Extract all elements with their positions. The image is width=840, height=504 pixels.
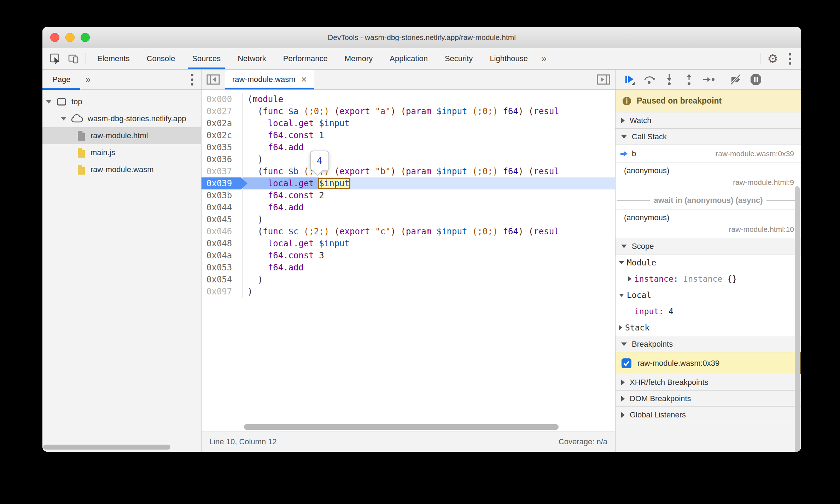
section-call-stack[interactable]: Call Stack bbox=[616, 129, 801, 145]
navigator-more-tabs-chevron-icon[interactable]: » bbox=[80, 70, 95, 89]
tab-performance[interactable]: Performance bbox=[275, 48, 336, 69]
section-dom-breakpoints[interactable]: DOM Breakpoints bbox=[616, 391, 801, 407]
gutter-address[interactable]: 0x02c bbox=[202, 129, 243, 141]
tab-elements[interactable]: Elements bbox=[89, 48, 138, 69]
show-debugger-panel-icon[interactable] bbox=[592, 70, 615, 89]
close-window-button[interactable] bbox=[50, 33, 59, 42]
close-tab-icon[interactable]: × bbox=[301, 75, 307, 84]
tree-item-main-js[interactable]: main.js bbox=[42, 144, 201, 161]
gutter-address[interactable]: 0x027 bbox=[202, 105, 243, 117]
editor-file-tab[interactable]: raw-module.wasm × bbox=[225, 70, 314, 89]
tree-item-raw-module-html[interactable]: raw-module.html bbox=[42, 127, 201, 144]
minimize-window-button[interactable] bbox=[65, 33, 75, 42]
gutter-address[interactable]: 0x02a bbox=[202, 117, 243, 129]
code-token: ) ( bbox=[391, 166, 406, 176]
scope-caret-icon[interactable] bbox=[619, 261, 624, 264]
gutter-address[interactable]: 0x053 bbox=[202, 262, 243, 274]
code-token: ) bbox=[247, 215, 263, 224]
pause-on-exceptions-icon[interactable] bbox=[747, 71, 765, 88]
section-scope[interactable]: Scope bbox=[616, 238, 801, 254]
code-line-text: f64.add bbox=[243, 201, 615, 213]
resume-icon[interactable] bbox=[620, 71, 639, 88]
tab-memory[interactable]: Memory bbox=[336, 48, 381, 69]
gutter-address[interactable]: 0x04a bbox=[202, 250, 243, 262]
tab-application[interactable]: Application bbox=[381, 48, 436, 69]
tree-item-wasm-dbg-stories-netlify-app[interactable]: wasm-dbg-stories.netlify.app bbox=[42, 110, 201, 127]
gutter-address[interactable]: 0x097 bbox=[202, 286, 243, 298]
scope-group[interactable]: Stack bbox=[616, 320, 801, 336]
code-line-text: f64.add bbox=[243, 141, 615, 153]
section-watch[interactable]: Watch bbox=[616, 112, 801, 129]
navigator-kebab-menu-icon[interactable] bbox=[185, 70, 200, 89]
tab-security[interactable]: Security bbox=[436, 48, 481, 69]
code-line: 0x046 (func $c (;2;) (export "c") (param… bbox=[202, 225, 615, 238]
code-line: 0x054 ) bbox=[202, 274, 615, 286]
scope-group[interactable]: Module bbox=[616, 254, 801, 271]
code-line: 0x048 local.get $input bbox=[202, 238, 615, 250]
code-token: func bbox=[263, 166, 283, 176]
call-stack-frame[interactable]: (anonymous)raw-module.html:9 bbox=[616, 163, 801, 191]
scope-group[interactable]: Local bbox=[616, 287, 801, 303]
breakpoint-entry[interactable]: raw-module.wasm:0x39 bbox=[616, 352, 801, 374]
gutter-address[interactable]: 0x046 bbox=[202, 225, 243, 238]
section-breakpoints[interactable]: Breakpoints bbox=[616, 336, 801, 352]
editor-horizontal-scrollbar[interactable] bbox=[244, 424, 559, 430]
breakpoint-checkbox[interactable] bbox=[621, 358, 632, 369]
step-out-icon[interactable] bbox=[680, 71, 698, 88]
deactivate-breakpoints-icon[interactable] bbox=[727, 71, 745, 88]
call-stack-frame[interactable]: (anonymous)raw-module.html:10 bbox=[616, 210, 801, 238]
hovered-variable-anchor[interactable]: $input bbox=[319, 178, 350, 188]
more-tabs-chevron-icon[interactable]: » bbox=[536, 48, 552, 69]
scope-property[interactable]: instance: Instance {} bbox=[616, 271, 801, 287]
scope-group-label: Stack bbox=[625, 323, 649, 332]
code-token: func bbox=[263, 227, 283, 236]
section-xhr-fetch-breakpoints[interactable]: XHR/fetch Breakpoints bbox=[616, 374, 801, 391]
tree-caret-icon[interactable] bbox=[61, 117, 66, 121]
inspect-icon[interactable] bbox=[46, 48, 64, 69]
scope-caret-icon[interactable] bbox=[619, 325, 622, 330]
window-title: DevTools - wasm-dbg-stories.netlify.app/… bbox=[328, 33, 516, 42]
code-token: module bbox=[252, 94, 283, 104]
code-line-text: f64.const 1 bbox=[243, 129, 615, 141]
scope-caret-icon[interactable] bbox=[619, 294, 624, 297]
code-editor[interactable]: 0x000(module0x027 (func $a (;0;) (export… bbox=[202, 90, 615, 432]
sidebar-horizontal-scrollbar[interactable] bbox=[43, 445, 170, 450]
debugger-panel-scrollbar[interactable] bbox=[795, 186, 800, 452]
tab-console[interactable]: Console bbox=[138, 48, 184, 69]
scope-property[interactable]: input: 4 bbox=[616, 303, 801, 320]
gutter-address[interactable]: 0x037 bbox=[202, 165, 243, 177]
collapse-sidebar-icon[interactable] bbox=[202, 70, 225, 89]
step-into-icon[interactable] bbox=[660, 71, 678, 88]
tree-caret-icon[interactable] bbox=[46, 100, 52, 104]
paused-banner: Paused on breakpoint bbox=[616, 90, 801, 112]
code-token bbox=[283, 227, 288, 236]
section-global-listeners[interactable]: Global Listeners bbox=[616, 407, 801, 423]
scope-caret-icon[interactable] bbox=[628, 276, 631, 281]
gutter-address[interactable]: 0x054 bbox=[202, 274, 243, 286]
gutter-address[interactable]: 0x036 bbox=[202, 153, 243, 165]
tab-page[interactable]: Page bbox=[42, 70, 80, 89]
tab-lighthouse[interactable]: Lighthouse bbox=[481, 48, 536, 69]
kebab-menu-icon[interactable] bbox=[782, 48, 798, 69]
tree-item-raw-module-wasm[interactable]: raw-module.wasm bbox=[42, 161, 201, 178]
gutter-address[interactable]: 0x048 bbox=[202, 238, 243, 250]
gear-icon[interactable]: ⚙ bbox=[763, 48, 782, 69]
tab-sources[interactable]: Sources bbox=[183, 48, 229, 69]
call-stack-frame[interactable]: braw-module.wasm:0x39 bbox=[616, 145, 801, 163]
code-token bbox=[247, 130, 268, 140]
gutter-address[interactable]: 0x000 bbox=[202, 93, 243, 105]
frame-name: b bbox=[632, 149, 636, 158]
tab-network[interactable]: Network bbox=[229, 48, 275, 69]
zoom-window-button[interactable] bbox=[81, 33, 90, 42]
gutter-address[interactable]: 0x03b bbox=[202, 189, 243, 201]
step-over-icon[interactable] bbox=[640, 71, 659, 88]
cursor-position: Line 10, Column 12 bbox=[209, 437, 277, 446]
gutter-address[interactable]: 0x045 bbox=[202, 213, 243, 225]
gutter-address[interactable]: 0x044 bbox=[202, 201, 243, 213]
step-icon[interactable] bbox=[700, 71, 718, 88]
code-token: resul bbox=[533, 227, 559, 236]
gutter-address[interactable]: 0x035 bbox=[202, 141, 243, 153]
execution-pointer-gutter[interactable]: 0x039 bbox=[202, 177, 247, 189]
device-toolbar-icon[interactable] bbox=[64, 48, 83, 69]
tree-item-top[interactable]: top bbox=[42, 93, 201, 110]
